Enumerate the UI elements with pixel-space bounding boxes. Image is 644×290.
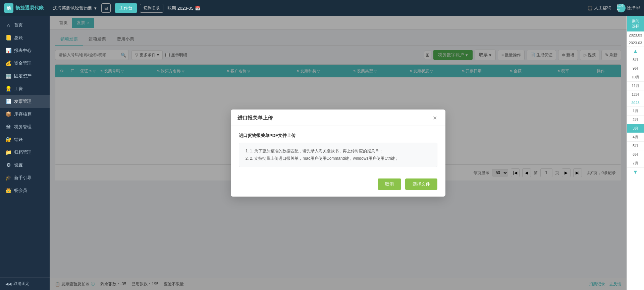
period-item-2023-03-1[interactable]: 2023.03 [627,31,644,39]
sidebar-item-ledger[interactable]: 📒 总账 [0,31,50,44]
dialog-select-file-btn[interactable]: 选择文件 [405,178,437,190]
dialog-header: 进口报关单上传 ✕ [231,110,445,126]
guide-icon: 🎓 [5,175,11,181]
logo-icon: 畅 [4,3,13,13]
chevron-up-icon: ▲ [633,48,638,54]
workspace-btn[interactable]: 工作台 [115,3,137,13]
company-selector[interactable]: 沈海英测试经营勿删 ▾ [50,4,99,12]
user-menu[interactable]: 徐泽华 徐泽华 [617,4,640,12]
dialog-section-title: 进口货物报关单PDF文件上传 [239,133,437,139]
company-icon-btn[interactable]: ⊞ [101,3,111,13]
top-bar-right: 🎧 人工咨询 徐泽华 徐泽华 [587,4,640,12]
sidebar-item-member[interactable]: 👑 畅会员 [0,184,50,197]
sidebar-item-home[interactable]: ⌂ 首页 [0,19,50,31]
tax-icon: 🏛 [5,124,11,130]
ledger-icon: 📒 [5,35,11,41]
modal-overlay[interactable]: 进口报关单上传 ✕ 进口货物报关单PDF文件上传 1. 为了更加精准的数据匹配，… [50,16,627,290]
sidebar-item-settings[interactable]: ⚙ 设置 [0,159,50,171]
sidebar-item-tax[interactable]: 🏛 税务管理 [0,121,50,133]
sidebar-item-invoices[interactable]: 🧾 发票管理 [0,95,50,108]
archive-icon: 📁 [5,149,11,155]
period-item-11[interactable]: 11月 [627,82,644,90]
dialog-info-box: 1. 为了更加精准的数据匹配，请先录入海关缴款书，再上传对应的报关单； 2. 支… [239,143,437,167]
sidebar-item-assets[interactable]: 🏢 固定资产 [0,70,50,82]
period-item-6[interactable]: 6月 [627,150,644,159]
info-item-1: 1. 为了更加精准的数据匹配，请先录入海关缴款书，再上传对应的报关单； [250,148,432,155]
period-display: 账期 2023-05 📅 [167,5,200,11]
period-item-9[interactable]: 9月 [627,64,644,73]
period-item-2[interactable]: 2月 [627,116,644,124]
close-accounts-icon: 🔐 [5,137,11,143]
sidebar-item-guide[interactable]: 🎓 新手引导 [0,171,50,184]
top-bar: 畅 畅捷通易代账 沈海英测试经营勿删 ▾ ⊞ 工作台 切到旧版 账期 2023-… [0,0,644,16]
home-icon: ⌂ [5,22,11,28]
dialog-title: 进口报关单上传 [237,115,273,121]
invoices-icon: 🧾 [5,98,11,104]
period-expand-up[interactable]: ▲ [627,47,644,56]
sidebar-item-archive[interactable]: 📁 归档管理 [0,146,50,159]
period-item-1[interactable]: 1月 [627,107,644,116]
finance-icon: 💰 [5,60,11,66]
chevron-down-icon: ▼ [633,169,638,175]
sidebar: ⌂ 首页 📒 总账 📊 报表中心 💰 资金管理 🏢 固定资产 👷 工资 🧾 发票… [0,16,50,290]
switch-old-btn[interactable]: 切到旧版 [140,4,163,13]
period-item-2023-03-2[interactable]: 2023.03 [627,39,644,47]
avatar: 徐泽华 [617,4,626,12]
chevron-down-icon: ▾ [94,6,97,11]
payroll-icon: 👷 [5,86,11,92]
headset-icon: 🎧 [587,6,593,11]
sidebar-item-finance[interactable]: 💰 资金管理 [0,57,50,70]
assets-icon: 🏢 [5,73,11,79]
pin-icon: ◀◀ [5,282,11,286]
period-expand-down[interactable]: ▼ [627,168,644,176]
dialog-close-btn[interactable]: ✕ [431,114,439,122]
upload-dialog: 进口报关单上传 ✕ 进口货物报关单PDF文件上传 1. 为了更加精准的数据匹配，… [231,110,445,197]
reports-icon: 📊 [5,48,11,54]
sidebar-item-inventory[interactable]: 📦 库存核算 [0,108,50,121]
main-layout: ⌂ 首页 📒 总账 📊 报表中心 💰 资金管理 🏢 固定资产 👷 工资 🧾 发票… [0,16,644,290]
dialog-cancel-btn[interactable]: 取消 [378,178,401,190]
sidebar-item-close[interactable]: 🔐 结账 [0,133,50,146]
unpin-btn[interactable]: ◀◀ 取消固定 [0,277,50,290]
app-logo: 畅 畅捷通易代账 [4,3,44,13]
content-area: 首页 发票 × 销项发票 进项发票 费用小票 🔍 [50,16,627,290]
dialog-body: 进口货物报关单PDF文件上传 1. 为了更加精准的数据匹配，请先录入海关缴款书，… [231,126,445,174]
period-toggle-btn[interactable]: 期间选择 [627,16,644,31]
period-side-panel: 期间选择 2023.03 2023.03 ▲ 8月 9月 10月 11月 12月… [627,16,644,290]
member-icon: 👑 [5,188,11,194]
calendar-icon[interactable]: 📅 [195,6,200,11]
period-item-4[interactable]: 4月 [627,133,644,142]
sidebar-item-payroll[interactable]: 👷 工资 [0,82,50,95]
period-item-3[interactable]: 3月 [627,124,644,133]
period-item-year-2023[interactable]: 2023 [627,99,644,107]
period-item-5[interactable]: 5月 [627,142,644,150]
period-item-7[interactable]: 7月 [627,159,644,168]
dialog-footer: 取消 选择文件 [231,174,445,197]
period-item-8[interactable]: 8月 [627,56,644,64]
settings-icon: ⚙ [5,162,11,168]
period-item-10[interactable]: 10月 [627,73,644,82]
info-item-2: 2. 支持批量上传进口报关单，mac用户使用Command键，windows用户… [250,155,432,162]
sidebar-item-reports[interactable]: 📊 报表中心 [0,44,50,57]
inventory-icon: 📦 [5,111,11,117]
service-btn[interactable]: 🎧 人工咨询 [587,5,611,11]
period-item-12[interactable]: 12月 [627,90,644,99]
